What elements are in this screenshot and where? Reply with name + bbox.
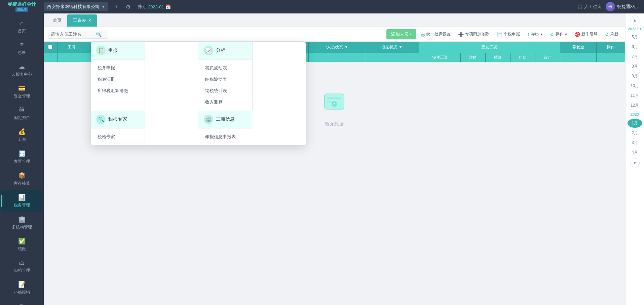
sidebar-item-fund[interactable]: 💳 资金管理 <box>1 81 42 103</box>
tab-salary-table[interactable]: 工资表 ✕ <box>67 14 97 27</box>
search-input[interactable] <box>51 32 94 37</box>
add-company-btn[interactable]: ＋ <box>112 3 121 11</box>
tab-home[interactable]: 首页 <box>47 14 67 27</box>
analysis-icon: 📈 <box>204 46 213 55</box>
tax-return-label: 个税申报 <box>504 31 520 37</box>
dropdown-body-expert: 税检专家 <box>91 128 145 145</box>
sidebar-item-settings[interactable]: ⚙ 基础设置 <box>1 299 42 305</box>
operate-label: 操作 <box>556 31 564 37</box>
th-sub-op <box>596 53 625 62</box>
month-3[interactable]: 3月 <box>628 138 642 147</box>
invoice-icon: 🧾 <box>18 150 26 157</box>
period-value: 2023-01 <box>148 4 164 9</box>
user-info[interactable]: 畅 畅捷通8组... <box>606 2 641 11</box>
menu-item-tax-settle[interactable]: 所得税汇算清缴 <box>91 85 145 97</box>
tax-return-button[interactable]: 📄 个税申报 <box>494 30 523 38</box>
dropdown-header-business: 🏢 工商信息 <box>198 111 252 128</box>
sidebar-label-inventory: 库存核算 <box>14 181 30 186</box>
special-deduction-button[interactable]: ➕ 专项附加扣除 <box>455 30 492 38</box>
fund-icon: 💳 <box>18 85 26 92</box>
menu-item-tax-table[interactable]: 税表清册 <box>91 74 145 85</box>
operate-button[interactable]: ⚙ 操作 ▾ <box>547 30 570 38</box>
sidebar-item-report[interactable]: 📝 小畅报销 <box>1 277 42 299</box>
panel-scroll-up[interactable]: ▲ <box>630 15 640 25</box>
th-allowance: 津贴 <box>460 53 485 62</box>
social-insurance-button[interactable]: ◎ 统一社保设置 <box>418 30 453 38</box>
business-label: 工商信息 <box>216 116 235 122</box>
expert-label: 税检专家 <box>108 116 127 122</box>
divider-3 <box>145 111 145 145</box>
support-label: 人工咨询 <box>584 4 602 10</box>
menu-item-tax-burden[interactable]: 税负波动表 <box>198 62 252 74</box>
sidebar-label-cloud: 云报表中心 <box>12 72 32 77</box>
th-sub-pension <box>560 53 596 62</box>
select-all-checkbox[interactable] <box>48 45 52 49</box>
sidebar-label-salary: 工资 <box>18 137 26 143</box>
company-name: 西安虾米网络科技有限公司 <box>47 4 100 10</box>
month-1-active[interactable]: 1月 <box>628 119 642 128</box>
home-icon: ⌂ <box>20 20 24 27</box>
sidebar-item-salary[interactable]: 💰 工资 <box>1 125 42 146</box>
sidebar-label-multi: 多机构管理 <box>12 224 32 230</box>
panel-scroll-down[interactable]: ▼ <box>630 158 640 167</box>
month-5[interactable]: 5月 <box>628 33 642 42</box>
sidebar-item-multi[interactable]: 🏢 多机构管理 <box>1 212 42 233</box>
report-icon: 📝 <box>18 281 26 288</box>
menu-item-income-calc[interactable]: 收入测算 <box>198 97 252 108</box>
period-label: 账期 <box>138 4 147 10</box>
month-10[interactable]: 10月 <box>628 81 642 90</box>
sidebar: ⌂ 首页 ≡ 总账 ☁ 云报表中心 💳 资金管理 🏛 固定资产 💰 工资 🧾 发… <box>0 13 44 305</box>
sidebar-label-invoice: 发票管理 <box>14 159 30 164</box>
sidebar-item-settle[interactable]: ✅ 结账 <box>1 234 42 255</box>
month-8[interactable]: 8月 <box>628 62 642 71</box>
menu-item-tax-wave[interactable]: 纳税波动表 <box>198 74 252 85</box>
menu-item-tax-declaration[interactable]: 税务申报 <box>91 62 145 74</box>
settings-nav-icon: ⚙ <box>19 303 25 305</box>
menu-item-tax-stats[interactable]: 纳税统计表 <box>198 85 252 97</box>
refresh-button[interactable]: ↺ 刷新 <box>602 30 621 38</box>
month-7[interactable]: 7月 <box>628 52 642 61</box>
settings-icon[interactable]: ⚙ <box>124 3 132 11</box>
menu-item-expert[interactable]: 税检专家 <box>91 131 145 143</box>
month-11[interactable]: 11月 <box>628 91 642 100</box>
th-sub-status <box>308 53 365 62</box>
month-9[interactable]: 9月 <box>628 72 642 81</box>
period-calendar-icon[interactable]: 📅 <box>165 4 171 9</box>
month-2[interactable]: 2月 <box>628 128 642 138</box>
guide-button[interactable]: 🎯 新手引导 <box>572 30 600 38</box>
th-operation: 操作 <box>596 42 625 53</box>
sidebar-item-cloud[interactable]: ☁ 云报表中心 <box>1 60 42 81</box>
sidebar-label-ledger: 总账 <box>18 50 26 55</box>
month-12[interactable]: 12月 <box>628 101 642 110</box>
business-icon: 🏢 <box>204 115 213 124</box>
tab-home-label: 首页 <box>53 18 62 23</box>
sidebar-item-home[interactable]: ⌂ 首页 <box>1 16 42 37</box>
sidebar-label-settle: 结账 <box>18 246 26 252</box>
checkbox-header[interactable] <box>44 42 57 53</box>
ledger-icon: ≡ <box>20 41 24 48</box>
sidebar-item-inventory[interactable]: 📦 库存核算 <box>1 168 42 190</box>
month-6[interactable]: 6月 <box>628 42 642 51</box>
tax-dropdown-menu: 📋 申报 税务申报 税表清册 所得税汇算清缴 📈 分析 <box>91 42 306 145</box>
th-status[interactable]: *人员状态 ▼ <box>308 42 365 53</box>
dropdown-col-business: 🏢 工商信息 年报信息申报表 <box>198 111 252 145</box>
divider-2 <box>252 42 253 111</box>
tabs-bar: 首页 工资表 ✕ <box>44 13 625 27</box>
sidebar-item-archive[interactable]: 🗂 归档管理 <box>1 256 42 277</box>
th-submit-status[interactable]: 报送状态 ▼ <box>365 42 419 53</box>
sidebar-item-tax[interactable]: 📊 税务管理 <box>1 190 42 212</box>
sidebar-item-invoice[interactable]: 🧾 发票管理 <box>1 147 42 168</box>
empty-text: 暂无数据 <box>325 121 344 127</box>
th-sub-check <box>44 53 57 62</box>
menu-item-annual-report[interactable]: 年报信息申报表 <box>198 131 252 143</box>
company-selector[interactable]: 西安虾米网络科技有限公司 ▼ <box>44 2 108 11</box>
add-person-button[interactable]: 添加人员 ▾ <box>386 29 416 39</box>
sidebar-item-ledger[interactable]: ≡ 总账 <box>1 38 42 59</box>
sidebar-item-asset[interactable]: 🏛 固定资产 <box>1 103 42 124</box>
support-button[interactable]: 🎧 人工咨询 <box>577 4 602 10</box>
th-total: 合计 <box>535 53 560 62</box>
search-box: 🔍 <box>48 30 108 39</box>
tab-close-icon[interactable]: ✕ <box>88 18 91 23</box>
export-button[interactable]: ↑ 导出 ▾ <box>525 30 545 38</box>
month-4[interactable]: 4月 <box>628 148 642 157</box>
